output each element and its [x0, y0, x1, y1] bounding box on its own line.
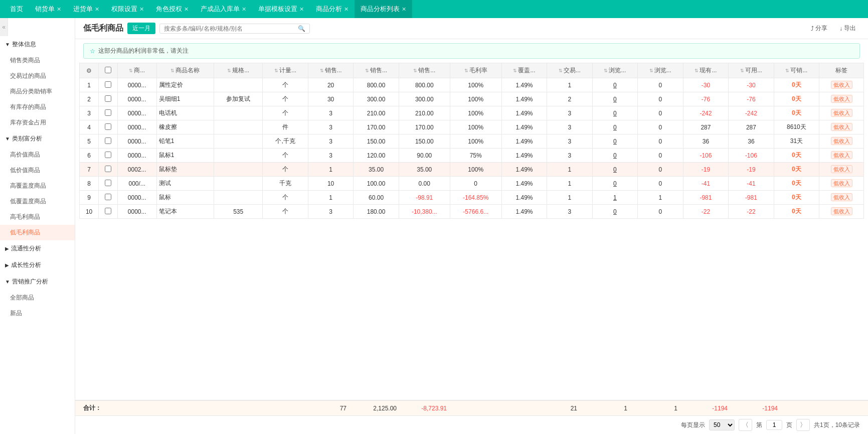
sidebar-group-marketing[interactable]: ▼ 营销推广分析 — [0, 273, 75, 290]
cell-checkbox[interactable] — [99, 177, 118, 191]
col-checkbox[interactable] — [99, 63, 118, 78]
cell-sellable: 31天 — [774, 134, 819, 149]
cell-sales-price: 180.00 — [354, 205, 399, 219]
close-template-settings-icon[interactable]: ✕ — [299, 6, 304, 13]
col-spec[interactable]: ⇅规格... — [214, 63, 263, 78]
search-icon[interactable]: 🔍 — [298, 25, 305, 32]
sidebar-item-high-value[interactable]: 高价值商品 — [0, 147, 75, 163]
cell-browse1[interactable]: 0 — [592, 120, 637, 134]
page-input[interactable] — [766, 420, 782, 430]
col-current-stock[interactable]: ⇅现有... — [683, 63, 728, 78]
col-available[interactable]: ⇅可用... — [729, 63, 774, 78]
col-browse2[interactable]: ⇅浏览... — [638, 63, 683, 78]
close-goods-analysis-list-icon[interactable]: ✕ — [402, 6, 406, 13]
search-input[interactable] — [164, 25, 296, 32]
col-sales-profit[interactable]: ⇅销售... — [399, 63, 450, 78]
col-transactions[interactable]: ⇅交易... — [547, 63, 592, 78]
cell-available: -30 — [729, 78, 774, 92]
close-purchase-order-icon[interactable]: ✕ — [95, 6, 99, 13]
cell-checkbox[interactable] — [99, 163, 118, 177]
col-browse1[interactable]: ⇅浏览... — [592, 63, 637, 78]
cell-checkbox[interactable] — [99, 149, 118, 163]
cell-browse1[interactable]: 0 — [592, 149, 637, 163]
col-tag[interactable]: 标签 — [819, 63, 864, 78]
col-name[interactable]: ⇅商品名称 — [156, 63, 214, 78]
cell-checkbox[interactable] — [99, 78, 118, 92]
nav-role-auth[interactable]: 角色授权 ✕ — [150, 0, 195, 18]
cell-name: 属性定价 — [156, 78, 214, 92]
col-settings[interactable]: ⚙ — [80, 63, 99, 78]
sidebar-item-traded-goods[interactable]: 交易过的商品 — [0, 68, 75, 84]
sidebar-item-low-coverage[interactable]: 低覆盖度商品 — [0, 194, 75, 209]
close-sales-order-icon[interactable]: ✕ — [57, 6, 61, 13]
cell-browse1[interactable]: 0 — [592, 92, 637, 106]
cell-browse1[interactable]: 0 — [592, 163, 637, 177]
cell-browse1[interactable]: 0 — [592, 134, 637, 149]
nav-sales-order[interactable]: 销货单 ✕ — [29, 0, 67, 18]
sidebar-item-low-value[interactable]: 低价值商品 — [0, 163, 75, 178]
col-sales-qty[interactable]: ⇅销售... — [308, 63, 353, 78]
nav-goods-analysis[interactable]: 商品分析 ✕ — [310, 0, 355, 18]
col-code[interactable]: ⇅商... — [117, 63, 156, 78]
sidebar-group-overall[interactable]: ▼ 整体信息 — [0, 36, 75, 53]
sidebar-group-growth[interactable]: ▶ 成长性分析 — [0, 257, 75, 273]
totals-transactions: 21 — [539, 405, 579, 412]
col-coverage[interactable]: ⇅覆盖... — [501, 63, 547, 78]
cell-browse1[interactable]: 0 — [592, 106, 637, 120]
sidebar-item-sales-goods[interactable]: 销售类商品 — [0, 53, 75, 68]
sidebar-item-new-goods[interactable]: 新品 — [0, 306, 75, 321]
nav-permission-settings[interactable]: 权限设置 ✕ — [105, 0, 150, 18]
cell-tag: 低收入 — [819, 163, 864, 177]
close-role-auth-icon[interactable]: ✕ — [184, 6, 189, 13]
close-permission-settings-icon[interactable]: ✕ — [139, 6, 144, 13]
cell-browse1[interactable]: 0 — [592, 177, 637, 191]
cell-current-stock: -41 — [683, 177, 728, 191]
sidebar-item-capital[interactable]: 库存资金占用 — [0, 115, 75, 130]
sidebar-group-category[interactable]: ▼ 类别富分析 — [0, 130, 75, 147]
cell-browse1[interactable]: 0 — [592, 78, 637, 92]
sort-icon-15: ⇅ — [785, 68, 789, 73]
sidebar-collapse-btn[interactable]: « — [0, 18, 8, 36]
cell-browse1[interactable]: 0 — [592, 205, 637, 219]
nav-product-entry[interactable]: 产成品入库单 ✕ — [195, 0, 252, 18]
select-all-checkbox[interactable] — [105, 67, 111, 73]
cell-spec: 535 — [214, 205, 263, 219]
sort-icon: ⇅ — [129, 68, 133, 73]
col-sellable[interactable]: ⇅可销... — [774, 63, 819, 78]
cell-checkbox[interactable] — [99, 92, 118, 106]
notice-bar: ☆ 这部分商品的利润非常低，请关注 — [83, 43, 860, 59]
sidebar-item-all-goods[interactable]: 全部商品 — [0, 290, 75, 306]
sidebar-group-circulation[interactable]: ▶ 流通性分析 — [0, 240, 75, 257]
nav-template-settings[interactable]: 单据模板设置 ✕ — [252, 0, 310, 18]
cell-checkbox[interactable] — [99, 106, 118, 120]
table-row: 9 0000... 鼠标 个 1 60.00 -98.91 -164.85% 1… — [80, 191, 864, 205]
next-page-btn[interactable]: 〉 — [796, 419, 810, 431]
nav-home[interactable]: 首页 — [4, 0, 29, 18]
cell-checkbox[interactable] — [99, 205, 118, 219]
nav-goods-analysis-list[interactable]: 商品分析列表 ✕ — [355, 0, 412, 18]
cell-code: 0000... — [117, 134, 156, 149]
cell-checkbox[interactable] — [99, 134, 118, 149]
col-gross-margin[interactable]: ⇅毛利率 — [450, 63, 501, 78]
prev-page-btn[interactable]: 〈 — [739, 419, 752, 431]
close-goods-analysis-icon[interactable]: ✕ — [344, 6, 349, 13]
per-page-select[interactable]: 50 20 100 — [709, 419, 735, 430]
sidebar-item-low-margin[interactable]: 低毛利商品 — [0, 225, 75, 240]
cell-checkbox[interactable] — [99, 120, 118, 134]
col-sales-price[interactable]: ⇅销售... — [354, 63, 399, 78]
main-layout: « ▼ 整体信息 销售类商品 交易过的商品 商品分类助销率 有库存的商品 库存资… — [0, 18, 868, 434]
cell-gross-margin: 100% — [450, 134, 501, 149]
close-product-entry-icon[interactable]: ✕ — [242, 6, 246, 13]
col-unit[interactable]: ⇅计量... — [263, 63, 308, 78]
sidebar-item-high-coverage[interactable]: 高覆盖度商品 — [0, 178, 75, 194]
cell-checkbox[interactable] — [99, 191, 118, 205]
sidebar-item-in-stock[interactable]: 有库存的商品 — [0, 99, 75, 115]
sidebar-item-high-margin[interactable]: 高毛利商品 — [0, 209, 75, 225]
settings-icon: ⚙ — [86, 67, 92, 74]
nav-purchase-order[interactable]: 进货单 ✕ — [67, 0, 105, 18]
share-button[interactable]: ⤴ 分享 — [807, 22, 831, 35]
cell-browse1[interactable]: 1 — [592, 191, 637, 205]
export-button[interactable]: ↓ 导出 — [835, 22, 860, 35]
filter-recent-month-btn[interactable]: 近一月 — [127, 23, 155, 34]
sidebar-item-category-rate[interactable]: 商品分类助销率 — [0, 84, 75, 99]
